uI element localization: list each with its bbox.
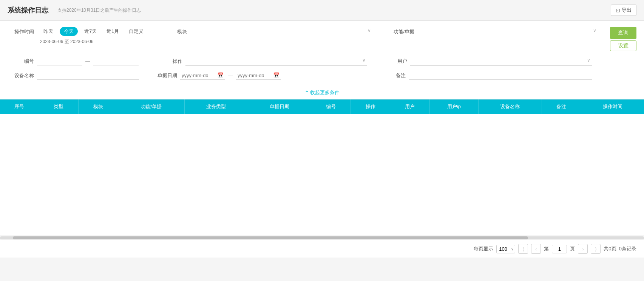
code-input-start[interactable] — [37, 57, 82, 65]
device-input[interactable] — [37, 71, 139, 80]
col-index: 序号 — [0, 99, 39, 114]
remark-input[interactable] — [409, 71, 592, 80]
col-module: 模块 — [79, 99, 118, 114]
pagination: 每页显示 100 50 200 ∨ ⟨ ‹ 第 页 › ⟩ 共0页, 0条记录 — [0, 240, 644, 258]
page-last-button[interactable]: ⟩ — [591, 244, 601, 254]
time-btn-7days[interactable]: 近7天 — [81, 27, 100, 36]
time-btn-custom[interactable]: 自定义 — [125, 27, 147, 36]
page-size-wrapper: 100 50 200 ∨ — [496, 245, 515, 253]
user-select[interactable]: ∨ — [410, 56, 592, 66]
col-operation: 操作 — [351, 99, 390, 114]
horizontal-scrollbar[interactable] — [0, 235, 644, 240]
module-label: 模块 — [161, 28, 187, 35]
calendar-end-icon[interactable]: 📅 — [273, 72, 280, 78]
col-doc-date: 单据日期 — [248, 99, 311, 114]
col-remark: 备注 — [542, 99, 581, 114]
export-label: 导出 — [622, 7, 632, 14]
page-number-input[interactable] — [552, 245, 567, 253]
time-label: 操作时间 — [8, 28, 34, 35]
module-chevron-icon: ∨ — [368, 28, 371, 35]
action-buttons: 查询 设置 — [610, 27, 636, 51]
scrollbar-thumb[interactable] — [13, 236, 528, 239]
function-label: 功能/单据 — [386, 28, 414, 35]
date-range-display: 2023-06-06 至 2023-06-06 — [40, 39, 147, 45]
scrollbar-track — [0, 236, 644, 239]
page-title: 系统操作日志 — [8, 6, 48, 15]
filter-section: 操作时间 昨天 今天 近7天 近1月 自定义 2023-06-06 至 2023… — [0, 21, 644, 86]
table-container: 序号 类型 模块 功能/单据 业务类型 单据日期 编号 操作 用户 用户ip 设… — [0, 99, 644, 235]
calendar-start-icon[interactable]: 📅 — [217, 72, 224, 78]
remark-label: 备注 — [379, 72, 406, 79]
page-word: 第 — [544, 245, 549, 252]
col-device: 设备名称 — [478, 99, 542, 114]
time-btn-1month[interactable]: 近1月 — [103, 27, 122, 36]
col-biz-type: 业务类型 — [185, 99, 248, 114]
doc-date-start-input[interactable] — [182, 73, 216, 78]
operation-label: 操作 — [156, 58, 182, 65]
col-function: 功能/单据 — [118, 99, 184, 114]
time-options: 昨天 今天 近7天 近1月 自定义 — [40, 27, 147, 36]
page-subtitle: 支持2020年10月31日之后产生的操作日志 — [57, 7, 141, 14]
col-user: 用户 — [390, 99, 429, 114]
page-header: 系统操作日志 支持2020年10月31日之后产生的操作日志 ⊡ 导出 — [0, 0, 644, 21]
settings-button[interactable]: 设置 — [610, 40, 636, 51]
per-page-label: 每页显示 — [474, 245, 493, 252]
operation-value — [187, 57, 358, 64]
operation-select[interactable]: ∨ — [185, 56, 367, 66]
data-table: 序号 类型 模块 功能/单据 业务类型 单据日期 编号 操作 用户 用户ip 设… — [0, 99, 644, 114]
col-code: 编号 — [311, 99, 351, 114]
collapse-label: 收起更多条件 — [310, 89, 340, 96]
page-first-button[interactable]: ⟨ — [518, 244, 528, 254]
collapse-icon: ⌃ — [305, 90, 309, 95]
query-button[interactable]: 查询 — [610, 27, 636, 39]
page-size-select[interactable]: 100 50 200 — [496, 245, 515, 253]
user-label: 用户 — [381, 58, 407, 65]
col-op-time: 操作时间 — [581, 99, 644, 114]
collapse-bar[interactable]: ⌃ 收起更多条件 — [0, 86, 644, 99]
doc-date-end[interactable]: 📅 — [236, 71, 281, 80]
function-select[interactable]: ∨ — [417, 27, 598, 36]
page-suffix: 页 — [570, 245, 575, 252]
time-btn-yesterday[interactable]: 昨天 — [40, 27, 57, 36]
total-info: 共0页, 0条记录 — [604, 245, 636, 252]
page-prev-button[interactable]: ‹ — [531, 244, 541, 254]
function-value — [419, 28, 589, 35]
time-btn-today[interactable]: 今天 — [60, 27, 78, 36]
operation-chevron-icon: ∨ — [362, 57, 366, 64]
code-dash: — — [85, 58, 90, 64]
col-user-ip: 用户ip — [429, 99, 478, 114]
code-label: 编号 — [8, 58, 34, 65]
export-icon: ⊡ — [616, 7, 620, 13]
export-button[interactable]: ⊡ 导出 — [611, 5, 636, 16]
page-next-button[interactable]: › — [578, 244, 588, 254]
module-select[interactable]: ∨ — [190, 27, 372, 36]
table-header-row: 序号 类型 模块 功能/单据 业务类型 单据日期 编号 操作 用户 用户ip 设… — [0, 99, 644, 114]
device-label: 设备名称 — [8, 72, 34, 79]
module-value — [192, 28, 363, 35]
function-chevron-icon: ∨ — [593, 28, 596, 35]
user-chevron-icon: ∨ — [587, 57, 590, 64]
doc-date-end-input[interactable] — [238, 73, 272, 78]
doc-date-start[interactable]: 📅 — [180, 71, 225, 80]
user-value — [412, 57, 583, 64]
doc-date-label: 单据日期 — [153, 72, 177, 79]
col-type: 类型 — [39, 99, 78, 114]
empty-data-area — [0, 114, 644, 235]
code-input-end[interactable] — [93, 57, 139, 65]
